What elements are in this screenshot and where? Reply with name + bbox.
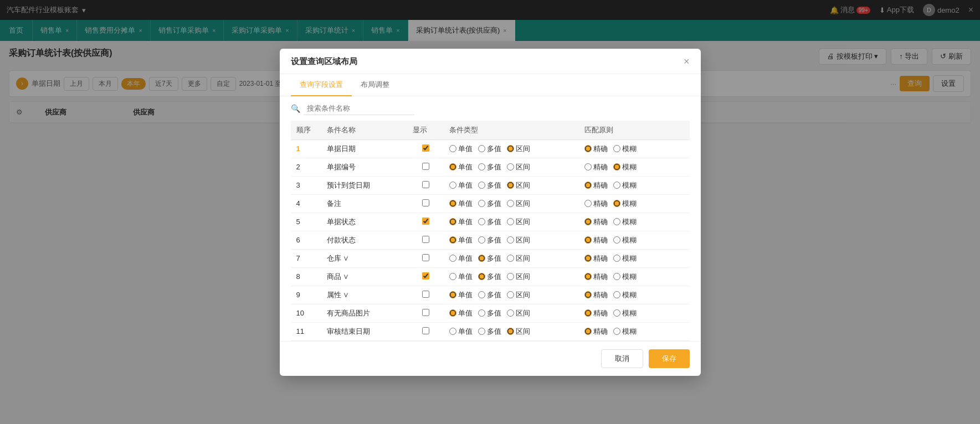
save-button[interactable]: 保存 [649,349,690,368]
type-radio-多值[interactable]: 多值 [478,272,501,282]
display-checkbox[interactable] [422,181,429,188]
display-checkbox[interactable] [422,272,429,280]
type-radio-区间[interactable]: 区间 [507,162,530,172]
type-radio-区间[interactable]: 区间 [507,308,530,318]
tab-fields[interactable]: 查询字段设置 [291,74,352,96]
match-radio-精确[interactable]: 精确 [584,290,608,300]
type-radio-区间[interactable]: 区间 [507,290,530,300]
row-display[interactable] [407,213,444,231]
match-radio-模糊[interactable]: 模糊 [613,254,637,263]
match-radio-精确[interactable]: 精确 [584,180,608,190]
type-radio-单值[interactable]: 单值 [449,290,473,300]
row-type[interactable]: 单值多值区间 [444,158,579,176]
row-display[interactable] [407,194,444,213]
type-radio-多值[interactable]: 多值 [478,144,501,154]
row-display[interactable] [407,322,444,340]
row-match[interactable]: 精确模糊 [579,176,689,194]
row-match[interactable]: 精确模糊 [579,249,689,267]
row-match[interactable]: 精确模糊 [579,286,689,304]
row-match[interactable]: 精确模糊 [579,213,689,231]
row-type[interactable]: 单值多值区间 [444,249,579,267]
match-radio-模糊[interactable]: 模糊 [613,272,637,282]
row-type[interactable]: 单值多值区间 [444,322,579,340]
type-radio-区间[interactable]: 区间 [507,254,530,263]
type-radio-多值[interactable]: 多值 [478,290,501,300]
type-radio-区间[interactable]: 区间 [507,327,530,337]
type-radio-单值[interactable]: 单值 [449,199,473,209]
type-radio-区间[interactable]: 区间 [507,217,530,227]
row-type[interactable]: 单值多值区间 [444,304,579,322]
match-radio-模糊[interactable]: 模糊 [613,180,637,190]
type-radio-单值[interactable]: 单值 [449,235,473,245]
type-radio-区间[interactable]: 区间 [507,180,530,190]
row-match[interactable]: 精确模糊 [579,194,689,213]
match-radio-模糊[interactable]: 模糊 [613,290,637,300]
type-radio-单值[interactable]: 单值 [449,254,473,263]
type-radio-多值[interactable]: 多值 [478,327,501,337]
display-checkbox[interactable] [422,163,429,170]
match-radio-精确[interactable]: 精确 [584,199,608,209]
row-display[interactable] [407,231,444,249]
type-radio-多值[interactable]: 多值 [478,199,501,209]
row-display[interactable] [407,158,444,176]
type-radio-单值[interactable]: 单值 [449,180,473,190]
display-checkbox[interactable] [422,199,429,206]
type-radio-单值[interactable]: 单值 [449,272,473,282]
row-match[interactable]: 精确模糊 [579,267,689,286]
type-radio-单值[interactable]: 单值 [449,217,473,227]
row-type[interactable]: 单值多值区间 [444,267,579,286]
row-type[interactable]: 单值多值区间 [444,176,579,194]
match-radio-模糊[interactable]: 模糊 [613,327,637,337]
row-type[interactable]: 单值多值区间 [444,139,579,158]
match-radio-精确[interactable]: 精确 [584,327,608,337]
match-radio-精确[interactable]: 精确 [584,254,608,263]
tab-layout[interactable]: 布局调整 [352,74,398,96]
type-radio-多值[interactable]: 多值 [478,180,501,190]
display-checkbox[interactable] [422,327,429,334]
type-radio-多值[interactable]: 多值 [478,162,501,172]
type-radio-单值[interactable]: 单值 [449,144,473,154]
match-radio-精确[interactable]: 精确 [584,162,608,172]
row-display[interactable] [407,249,444,267]
match-radio-精确[interactable]: 精确 [584,272,608,282]
match-radio-模糊[interactable]: 模糊 [613,144,637,154]
match-radio-模糊[interactable]: 模糊 [613,162,637,172]
type-radio-区间[interactable]: 区间 [507,235,530,245]
display-checkbox[interactable] [422,309,429,316]
display-checkbox[interactable] [422,144,429,152]
row-display[interactable] [407,304,444,322]
type-radio-单值[interactable]: 单值 [449,162,473,172]
row-match[interactable]: 精确模糊 [579,158,689,176]
match-radio-模糊[interactable]: 模糊 [613,217,637,227]
row-display[interactable] [407,286,444,304]
match-radio-精确[interactable]: 精确 [584,217,608,227]
match-radio-精确[interactable]: 精确 [584,235,608,245]
type-radio-区间[interactable]: 区间 [507,144,530,154]
match-radio-精确[interactable]: 精确 [584,144,608,154]
row-match[interactable]: 精确模糊 [579,231,689,249]
display-checkbox[interactable] [422,291,429,298]
search-input[interactable] [304,102,414,115]
row-type[interactable]: 单值多值区间 [444,194,579,213]
type-radio-区间[interactable]: 区间 [507,199,530,209]
type-radio-多值[interactable]: 多值 [478,308,501,318]
display-checkbox[interactable] [422,218,429,225]
type-radio-单值[interactable]: 单值 [449,327,473,337]
display-checkbox[interactable] [422,254,429,261]
row-match[interactable]: 精确模糊 [579,322,689,340]
type-radio-多值[interactable]: 多值 [478,235,501,245]
row-type[interactable]: 单值多值区间 [444,231,579,249]
row-match[interactable]: 精确模糊 [579,139,689,158]
row-type[interactable]: 单值多值区间 [444,213,579,231]
row-type[interactable]: 单值多值区间 [444,286,579,304]
type-radio-多值[interactable]: 多值 [478,254,501,263]
type-radio-区间[interactable]: 区间 [507,272,530,282]
row-match[interactable]: 精确模糊 [579,304,689,322]
match-radio-模糊[interactable]: 模糊 [613,308,637,318]
type-radio-单值[interactable]: 单值 [449,308,473,318]
match-radio-模糊[interactable]: 模糊 [613,199,637,209]
type-radio-多值[interactable]: 多值 [478,217,501,227]
row-display[interactable] [407,176,444,194]
row-display[interactable] [407,267,444,286]
display-checkbox[interactable] [422,236,429,243]
